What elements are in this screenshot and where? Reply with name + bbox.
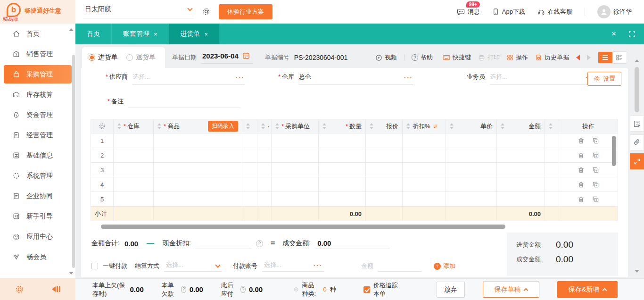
salesman-select[interactable]: 选择... ··· bbox=[490, 73, 594, 85]
payable-help-icon[interactable]: ? bbox=[240, 286, 246, 293]
delete-row-icon[interactable] bbox=[578, 181, 585, 188]
copy-row-icon[interactable] bbox=[592, 137, 599, 144]
list-layout-toggle[interactable] bbox=[598, 52, 612, 63]
table-row[interactable]: 2 bbox=[91, 148, 618, 163]
pay-account-select[interactable]: 选择... ··· bbox=[262, 260, 324, 272]
sort-icon[interactable] bbox=[322, 123, 327, 129]
scan-input-button[interactable]: 扫码录入 bbox=[208, 121, 238, 132]
sort-icon[interactable] bbox=[117, 123, 122, 129]
online-support-button[interactable]: 在线客服 bbox=[537, 8, 572, 16]
close-all-tabs-icon[interactable]: × bbox=[611, 29, 616, 39]
table-row[interactable]: 4 bbox=[91, 177, 618, 192]
table-vertical-scrollbar[interactable] bbox=[612, 136, 616, 166]
sidebar-scroll-up-icon[interactable] bbox=[69, 28, 74, 31]
messages-button[interactable]: 消息 99+ bbox=[457, 8, 480, 16]
remark-input[interactable] bbox=[128, 97, 240, 108]
sort-icon[interactable] bbox=[450, 123, 454, 129]
debt-help-icon[interactable]: ? bbox=[181, 286, 186, 293]
radio-purchase-order[interactable]: 进货单 bbox=[89, 53, 118, 62]
cash-discount-help-icon[interactable]: ? bbox=[256, 240, 263, 247]
more-options-icon[interactable]: ··· bbox=[236, 74, 245, 81]
warehouse-select[interactable]: 总仓 ··· bbox=[299, 73, 413, 85]
sidebar-item-sales[interactable]: 销售管理 bbox=[0, 44, 75, 64]
delete-row-icon[interactable] bbox=[578, 137, 585, 144]
more-options-icon[interactable]: ··· bbox=[314, 262, 322, 269]
date-field[interactable]: 2023-06-04 bbox=[201, 52, 253, 64]
scroll-up-icon[interactable] bbox=[635, 59, 639, 62]
copy-row-icon[interactable] bbox=[592, 167, 599, 174]
add-payment-button[interactable]: + 添加 bbox=[434, 262, 455, 270]
help-button[interactable]: ? 帮助 bbox=[412, 53, 433, 62]
sidebar-item-app-center[interactable]: 应用中心 bbox=[0, 226, 75, 247]
supplier-select[interactable]: 选择... ··· bbox=[132, 73, 245, 85]
sidebar-item-guide[interactable]: 新手引导 bbox=[0, 206, 75, 226]
sidebar-item-inventory[interactable]: 库存核算 bbox=[0, 84, 75, 105]
sidebar-scrollbar[interactable] bbox=[72, 55, 75, 268]
sort-icon[interactable] bbox=[275, 123, 280, 129]
sidebar-item-operations[interactable]: 经营管理 bbox=[0, 125, 75, 145]
column-settings-button[interactable]: 设置 bbox=[587, 72, 621, 86]
history-orders-button[interactable]: 历史单据 bbox=[535, 53, 569, 62]
header-settings-gear-icon[interactable] bbox=[202, 8, 210, 16]
gear-column-header[interactable] bbox=[91, 119, 114, 133]
sort-icon[interactable] bbox=[246, 123, 250, 129]
sort-icon[interactable] bbox=[157, 123, 162, 129]
table-row[interactable]: 1 bbox=[91, 133, 618, 148]
pay-amount-input[interactable] bbox=[378, 260, 421, 272]
scroll-down-icon[interactable] bbox=[635, 270, 639, 273]
delete-row-icon[interactable] bbox=[578, 167, 585, 174]
price-track-checkbox[interactable] bbox=[363, 286, 370, 293]
account-set-selector[interactable]: 日太阳膜 bbox=[83, 5, 194, 18]
user-menu[interactable]: 徐泽华 bbox=[597, 5, 632, 18]
copy-row-icon[interactable] bbox=[592, 152, 599, 159]
next-record-icon[interactable] bbox=[587, 55, 591, 60]
tab-account-management[interactable]: 账套管理× bbox=[112, 24, 169, 44]
cash-discount-input[interactable] bbox=[196, 238, 251, 249]
tab-purchase-order[interactable]: 进货单× bbox=[169, 24, 220, 44]
settlement-select[interactable]: 选择... bbox=[164, 260, 222, 272]
deal-amount-input[interactable]: 0.00 bbox=[315, 238, 390, 249]
scrollbar-thumb[interactable] bbox=[635, 67, 639, 112]
copy-row-icon[interactable] bbox=[592, 181, 599, 188]
sidebar-collapse-icon[interactable] bbox=[52, 286, 60, 292]
delete-row-icon[interactable] bbox=[578, 152, 585, 159]
sort-icon[interactable] bbox=[501, 123, 505, 129]
table-row[interactable]: 3 bbox=[91, 163, 618, 177]
sort-icon[interactable] bbox=[261, 123, 265, 129]
save-and-new-button[interactable]: 保存&新增 bbox=[557, 281, 618, 298]
sort-icon[interactable] bbox=[406, 123, 411, 129]
content-scrollbar[interactable] bbox=[634, 59, 640, 273]
sidebar-item-purchase[interactable]: 采购管理 bbox=[4, 65, 72, 83]
sidebar-item-membership[interactable]: 畅会员 bbox=[0, 247, 75, 267]
price-track-option[interactable]: 价格追踪本单 bbox=[363, 281, 401, 298]
sidebar-item-system[interactable]: 系统管理 bbox=[0, 166, 75, 186]
prev-record-icon[interactable] bbox=[576, 55, 580, 60]
abandon-button[interactable]: 放弃 bbox=[437, 282, 465, 298]
print-button[interactable]: 打印 bbox=[478, 53, 500, 62]
sidebar-scroll-down-icon[interactable] bbox=[69, 272, 74, 275]
one-click-pay-checkbox[interactable] bbox=[91, 263, 98, 269]
operate-menu-button[interactable]: 操作 bbox=[507, 53, 528, 62]
save-draft-button[interactable]: 保存草稿 bbox=[483, 282, 539, 298]
more-options-icon[interactable]: ··· bbox=[404, 74, 413, 81]
table-horizontal-scrollbar[interactable] bbox=[101, 225, 505, 229]
sidebar-item-funds[interactable]: 资金管理 bbox=[0, 105, 75, 125]
sidebar-item-base-info[interactable]: 基础信息 bbox=[0, 145, 75, 166]
trial-industry-plan-button[interactable]: 体验行业方案 bbox=[219, 4, 272, 19]
card-layout-toggle[interactable] bbox=[612, 52, 627, 63]
delete-row-icon[interactable] bbox=[578, 196, 585, 203]
fullscreen-icon[interactable] bbox=[628, 31, 636, 38]
video-button[interactable]: 视频 bbox=[375, 53, 397, 62]
tab-close-icon[interactable]: × bbox=[205, 31, 208, 38]
edit-icon[interactable] bbox=[432, 123, 438, 129]
sidebar-item-collaboration[interactable]: 企业协同 bbox=[0, 186, 75, 206]
sort-icon[interactable] bbox=[549, 123, 553, 129]
tab-home[interactable]: 首页 bbox=[75, 24, 112, 44]
table-row[interactable]: 5 bbox=[91, 192, 618, 207]
sidebar-settings-gear-icon[interactable] bbox=[15, 285, 24, 294]
calendar-icon[interactable] bbox=[242, 52, 250, 59]
sort-icon[interactable] bbox=[370, 123, 374, 129]
tab-close-icon[interactable]: × bbox=[154, 31, 157, 38]
copy-row-icon[interactable] bbox=[592, 196, 599, 203]
app-download-button[interactable]: App下载 bbox=[492, 8, 525, 16]
